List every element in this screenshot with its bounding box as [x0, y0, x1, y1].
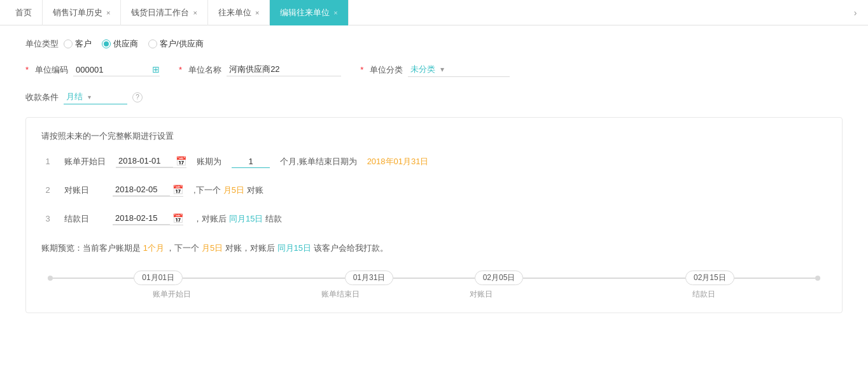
unit-code-input[interactable]	[73, 64, 150, 76]
section-box: 请按照未来的一个完整帐期进行设置 1 账单开始日 📅 账期为 个月,账单结束日期…	[25, 117, 843, 313]
start-date-row: 1 账单开始日 📅 账期为 个月,账单结束日期为 2018年01月31日	[41, 155, 827, 168]
timeline-labels-row: 账单开始日 账单结束日 对账日 结款日	[41, 285, 827, 300]
tab-edit-contact[interactable]: 编辑往来单位 ×	[270, 0, 348, 25]
tab-sales-history[interactable]: 销售订单历史 ×	[43, 0, 121, 25]
radio-supplier[interactable]: 供应商	[102, 38, 138, 50]
tab-cashflow-close[interactable]: ×	[193, 9, 197, 17]
row2-highlight: 月5日	[223, 185, 244, 196]
unit-info-row: * 单位编码 ⊞ * 单位名称 * 单位分类 未分类 ▾	[25, 62, 843, 77]
unit-category-star: *	[360, 65, 363, 74]
radio-group: 客户 供应商 客户/供应商	[64, 38, 204, 50]
radio-supplier-circle	[102, 39, 111, 48]
tab-contacts-close[interactable]: ×	[255, 9, 259, 17]
timeline-bubble-2: 01月31日	[345, 271, 394, 285]
row1-desc: 账期为	[197, 156, 221, 167]
timeline-label-4: 结款日	[692, 289, 715, 300]
unit-code-label: 单位编码	[35, 64, 68, 76]
preview-prefix: 账期预览：当前客户账期是	[41, 243, 141, 253]
main-content: 单位类型 客户 供应商 客户/供应商 * 单位编码	[0, 25, 868, 387]
tab-contacts[interactable]: 往来单位 ×	[208, 0, 270, 25]
timeline-bubble-1: 01月01日	[134, 271, 183, 285]
row1-label: 账单开始日	[64, 156, 106, 167]
timeline-wrapper: 01月01日 01月31日 02月05日 02月15日	[41, 271, 827, 285]
timeline-point-1: 01月01日	[134, 271, 183, 285]
row2-label: 对账日	[64, 185, 102, 196]
unit-name-input[interactable]	[227, 64, 341, 76]
start-date-input[interactable]	[116, 155, 173, 167]
timeline-seg1	[53, 278, 134, 279]
radio-customer-circle	[64, 39, 73, 48]
timeline-dot-start	[48, 276, 53, 281]
timeline-seg3	[393, 278, 474, 279]
timeline-label-1: 账单开始日	[153, 289, 191, 300]
unit-type-group: 单位类型 客户 供应商 客户/供应商	[25, 38, 204, 50]
radio-customer-label: 客户	[75, 38, 92, 50]
reconcile-date-input-wrapper: 📅	[113, 183, 183, 197]
unit-category-select[interactable]: 未分类 ▾	[408, 62, 510, 77]
payment-terms-value: 月结	[64, 90, 85, 104]
preview-payment: 同月15日	[277, 243, 311, 253]
unit-type-label: 单位类型	[25, 38, 59, 50]
payment-terms-group: 收款条件 月结 ▾ ?	[25, 90, 143, 104]
unit-code-input-wrapper: ⊞	[73, 64, 160, 76]
row3-label: 结款日	[64, 213, 102, 225]
timeline-dot-end	[815, 276, 820, 281]
tab-cashflow[interactable]: 钱货日清工作台 ×	[121, 0, 207, 25]
row3-num: 3	[41, 214, 54, 223]
row2-desc: ,下一个月5日 对账	[193, 185, 263, 196]
row3-highlight: 同月15日	[229, 213, 263, 225]
unit-name-label: 单位名称	[188, 64, 221, 76]
unit-type-row: 单位类型 客户 供应商 客户/供应商	[25, 38, 843, 50]
unit-code-star: *	[25, 65, 29, 74]
radio-both-label: 客户/供应商	[160, 38, 204, 50]
tab-home-label: 首页	[15, 7, 32, 18]
tab-cashflow-label: 钱货日清工作台	[131, 7, 189, 18]
payment-date-input-wrapper: 📅	[113, 212, 183, 225]
timeline-line-row: 01月01日 01月31日 02月05日 02月15日	[48, 271, 820, 285]
payment-terms-arrow: ▾	[88, 94, 91, 101]
radio-supplier-label: 供应商	[113, 38, 138, 50]
preview-period: 1个月	[143, 243, 164, 253]
row2-num: 2	[41, 185, 54, 195]
tab-edit-contact-close[interactable]: ×	[333, 9, 337, 17]
unit-category-label: 单位分类	[370, 64, 403, 76]
tabs-bar: 首页 销售订单历史 × 钱货日清工作台 × 往来单位 × 编辑往来单位 × ›	[0, 0, 868, 25]
preview-suffix: 该客户会给我打款。	[314, 243, 388, 253]
timeline-point-4: 02月15日	[685, 271, 734, 285]
timeline-point-2: 01月31日	[345, 271, 394, 285]
payment-date-input[interactable]	[113, 212, 170, 225]
radio-customer[interactable]: 客户	[64, 38, 92, 50]
timeline-seg5	[734, 278, 815, 279]
payment-date-calendar-icon[interactable]: 📅	[172, 213, 183, 223]
tabs-more-arrow[interactable]: ›	[848, 8, 863, 18]
timeline-seg2	[183, 278, 345, 279]
radio-both-circle	[148, 39, 157, 48]
unit-category-arrow: ▾	[440, 65, 444, 74]
section-title: 请按照未来的一个完整帐期进行设置	[41, 130, 827, 142]
period-input[interactable]	[232, 155, 270, 168]
payment-terms-row: 收款条件 月结 ▾ ?	[25, 90, 843, 104]
unit-code-icon[interactable]: ⊞	[152, 64, 160, 74]
radio-both[interactable]: 客户/供应商	[148, 38, 204, 50]
preview-mid1: ，下一个	[166, 243, 199, 253]
tab-edit-contact-label: 编辑往来单位	[280, 7, 330, 18]
tab-home[interactable]: 首页	[5, 0, 43, 25]
timeline-label-3: 对账日	[470, 289, 493, 300]
start-date-input-wrapper: 📅	[116, 155, 186, 168]
reconcile-date-calendar-icon[interactable]: 📅	[172, 185, 183, 195]
preview-reconcile: 月5日	[202, 243, 223, 253]
timeline-label-2: 账单结束日	[321, 289, 360, 300]
unit-name-group: * 单位名称	[179, 64, 341, 76]
timeline-bubble-4: 02月15日	[685, 271, 734, 285]
timeline-bubble-3: 02月05日	[475, 271, 524, 285]
payment-terms-select[interactable]: 月结 ▾	[64, 90, 127, 104]
reconcile-date-input[interactable]	[113, 183, 170, 196]
unit-category-value: 未分类	[408, 62, 438, 76]
start-date-calendar-icon[interactable]: 📅	[176, 156, 186, 166]
timeline-seg4	[523, 278, 685, 279]
help-icon[interactable]: ?	[132, 92, 143, 102]
unit-category-group: * 单位分类 未分类 ▾	[360, 62, 510, 77]
tab-sales-history-close[interactable]: ×	[106, 9, 110, 17]
row1-desc2: 个月,账单结束日期为	[280, 156, 357, 167]
payment-date-row: 3 结款日 📅 ，对账后 同月15日 结款	[41, 212, 827, 225]
